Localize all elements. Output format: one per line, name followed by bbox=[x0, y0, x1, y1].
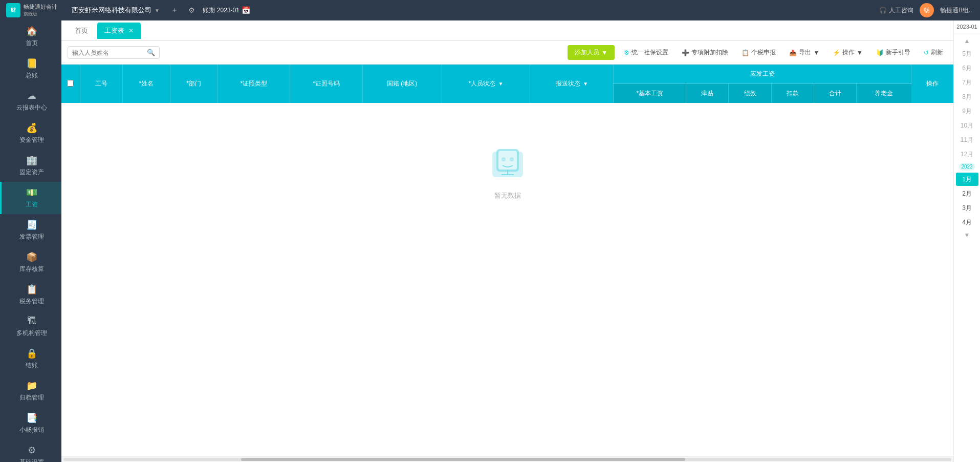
sidebar-label-expense: 小畅报销 bbox=[19, 426, 44, 434]
sidebar-item-salary[interactable]: 💵 工资 bbox=[0, 182, 61, 214]
add-company-btn[interactable]: ＋ bbox=[168, 4, 181, 17]
nav-up-btn[interactable]: ▲ bbox=[960, 35, 974, 47]
sidebar-label-assets: 固定资产 bbox=[19, 168, 44, 177]
special-deduct-btn[interactable]: ➕ 专项附加扣除 bbox=[678, 46, 732, 59]
invoice-icon: 🧾 bbox=[26, 219, 37, 230]
sidebar-item-close[interactable]: 🔒 结账 bbox=[0, 343, 61, 375]
settings-sidebar-icon: ⚙ bbox=[28, 445, 36, 456]
export-icon: 📤 bbox=[789, 49, 797, 56]
month-item-2023-01[interactable]: 1月 bbox=[956, 173, 978, 186]
tax-report-btn[interactable]: 📋 个税申报 bbox=[737, 46, 780, 59]
social-security-btn[interactable]: ⚙ 统一社保设置 bbox=[620, 46, 672, 59]
month-item-2022-08[interactable]: 8月 bbox=[956, 90, 978, 103]
sidebar-item-settings[interactable]: ⚙ 基础设置 bbox=[0, 439, 61, 462]
top-header: 财 畅捷通好会计 旗舰版 西安虾米网络科技有限公司 ▼ ＋ ⚙ 账期 2023-… bbox=[0, 0, 980, 20]
sidebar-label-ledger: 总账 bbox=[26, 71, 38, 80]
sidebar-item-fund[interactable]: 💰 资金管理 bbox=[0, 117, 61, 150]
report-icon: ☁ bbox=[27, 90, 36, 101]
sidebar-item-report[interactable]: ☁ 云报表中心 bbox=[0, 85, 61, 117]
content-area: 首页 工资表 ✕ 🔍 添加人员 ▼ ⚙ 统一社保设置 bbox=[61, 20, 953, 462]
sidebar-label-archive: 归档管理 bbox=[19, 393, 44, 402]
logo-area: 财 畅捷通好会计 旗舰版 bbox=[6, 3, 68, 17]
home-icon: 🏠 bbox=[26, 26, 37, 37]
add-person-button[interactable]: 添加人员 ▼ bbox=[568, 45, 615, 60]
toolbar-right: 添加人员 ▼ ⚙ 统一社保设置 ➕ 专项附加扣除 📋 个税申报 📤 导 bbox=[568, 45, 947, 60]
table-container: 工号 *姓名 *部门 *证照类型 *证照号码 国籍 (地区) *人员状态 ▼ 报… bbox=[61, 65, 953, 456]
month-item-2022-11[interactable]: 11月 bbox=[956, 133, 978, 146]
close-period-icon: 🔒 bbox=[26, 348, 37, 359]
tab-salary-table[interactable]: 工资表 ✕ bbox=[97, 23, 141, 39]
svg-point-3 bbox=[502, 157, 506, 161]
header-actions: ＋ ⚙ bbox=[168, 4, 199, 17]
th-cert-type: *证照类型 bbox=[217, 65, 290, 103]
month-item-2023-02[interactable]: 2月 bbox=[956, 187, 978, 200]
period-badge: 账期 2023-01 📅 bbox=[203, 6, 250, 15]
search-icon: 🔍 bbox=[147, 49, 155, 56]
main-layout: 🏠 首页 📒 总账 ☁ 云报表中心 💰 资金管理 🏢 固定资产 💵 工资 🧾 发… bbox=[0, 20, 980, 462]
calendar-icon[interactable]: 📅 bbox=[242, 6, 250, 14]
month-item-2022-09[interactable]: 9月 bbox=[956, 104, 978, 118]
app-version: 旗舰版 bbox=[24, 11, 57, 17]
month-item-2022-07[interactable]: 7月 bbox=[956, 76, 978, 89]
sidebar-item-inventory[interactable]: 📦 库存核算 bbox=[0, 246, 61, 279]
guide-label: 新手引导 bbox=[886, 48, 910, 57]
add-person-label: 添加人员 bbox=[575, 48, 599, 57]
app-name: 畅捷通好会计 bbox=[24, 3, 57, 10]
search-box[interactable]: 🔍 bbox=[68, 46, 160, 59]
sidebar-item-tax[interactable]: 📋 税务管理 bbox=[0, 279, 61, 311]
tab-close-icon[interactable]: ✕ bbox=[128, 27, 134, 34]
right-header: 🎧 人工咨询 畅 畅捷通B组... bbox=[879, 3, 974, 17]
guide-btn[interactable]: 🔰 新手引导 bbox=[872, 46, 914, 59]
sidebar-item-home[interactable]: 🏠 首页 bbox=[0, 20, 61, 53]
tab-bar: 首页 工资表 ✕ bbox=[61, 20, 953, 41]
month-item-2022-12[interactable]: 12月 bbox=[956, 148, 978, 161]
service-label: 人工咨询 bbox=[889, 6, 913, 15]
search-input[interactable] bbox=[72, 49, 144, 56]
month-item-2022-10[interactable]: 10月 bbox=[956, 119, 978, 132]
year-2023-label[interactable]: 2023 bbox=[959, 163, 974, 171]
sidebar-label-tax: 税务管理 bbox=[19, 297, 44, 306]
sidebar-label-invoice: 发票管理 bbox=[19, 233, 44, 241]
refresh-btn[interactable]: ↺ 刷新 bbox=[920, 46, 947, 59]
right-panel: 2023-01 ▲ 5月 6月 7月 8月 9月 10月 11月 12月 202… bbox=[953, 20, 980, 462]
company-selector[interactable]: 西安虾米网络科技有限公司 ▼ bbox=[68, 4, 164, 17]
tab-salary-label: 工资表 bbox=[104, 26, 124, 35]
company-name: 西安虾米网络科技有限公司 bbox=[72, 6, 151, 15]
special-deduct-label: 专项附加扣除 bbox=[691, 48, 728, 57]
nav-down-btn[interactable]: ▼ bbox=[960, 229, 974, 241]
th-region: 国籍 (地区) bbox=[362, 65, 442, 103]
th-person-status: *人员状态 ▼ bbox=[442, 65, 530, 103]
sidebar-label-home: 首页 bbox=[26, 39, 38, 48]
sidebar-item-invoice[interactable]: 🧾 发票管理 bbox=[0, 214, 61, 246]
scroll-thumb bbox=[241, 458, 685, 461]
th-salary-group: 应发工资 bbox=[614, 65, 911, 84]
export-btn[interactable]: 📤 导出 ▼ bbox=[785, 46, 823, 59]
archive-icon: 📁 bbox=[26, 380, 37, 391]
social-security-label: 统一社保设置 bbox=[631, 48, 668, 57]
th-checkbox[interactable] bbox=[61, 65, 80, 103]
sidebar-item-multi[interactable]: 🏗 多机构管理 bbox=[0, 311, 61, 343]
month-item-2022-06[interactable]: 6月 bbox=[956, 61, 978, 75]
sidebar-item-ledger[interactable]: 📒 总账 bbox=[0, 53, 61, 85]
chevron-down-icon: ▼ bbox=[155, 8, 160, 13]
operate-btn[interactable]: ⚡ 操作 ▼ bbox=[829, 46, 867, 59]
settings-btn[interactable]: ⚙ bbox=[185, 4, 199, 17]
social-security-icon: ⚙ bbox=[624, 49, 629, 56]
tax-report-label: 个税申报 bbox=[751, 48, 776, 57]
th-pension: 养老金 bbox=[857, 84, 911, 103]
month-item-2022-05[interactable]: 5月 bbox=[956, 47, 978, 60]
sidebar-item-archive[interactable]: 📁 归档管理 bbox=[0, 375, 61, 407]
sidebar-item-assets[interactable]: 🏢 固定资产 bbox=[0, 150, 61, 182]
export-dropdown-icon: ▼ bbox=[813, 49, 819, 56]
th-action: 操作 bbox=[911, 65, 953, 103]
empty-state: 暂无数据 bbox=[61, 103, 953, 241]
tab-home[interactable]: 首页 bbox=[68, 23, 95, 39]
bottom-scrollbar[interactable] bbox=[61, 456, 953, 462]
sidebar-label-inventory: 库存核算 bbox=[19, 265, 44, 274]
sidebar-item-expense[interactable]: 📑 小畅报销 bbox=[0, 407, 61, 439]
headset-icon: 🎧 bbox=[879, 7, 887, 14]
service-btn[interactable]: 🎧 人工咨询 bbox=[879, 6, 913, 15]
month-item-2023-03[interactable]: 3月 bbox=[956, 201, 978, 215]
month-item-2023-04[interactable]: 4月 bbox=[956, 216, 978, 229]
select-all-checkbox[interactable] bbox=[67, 80, 74, 87]
